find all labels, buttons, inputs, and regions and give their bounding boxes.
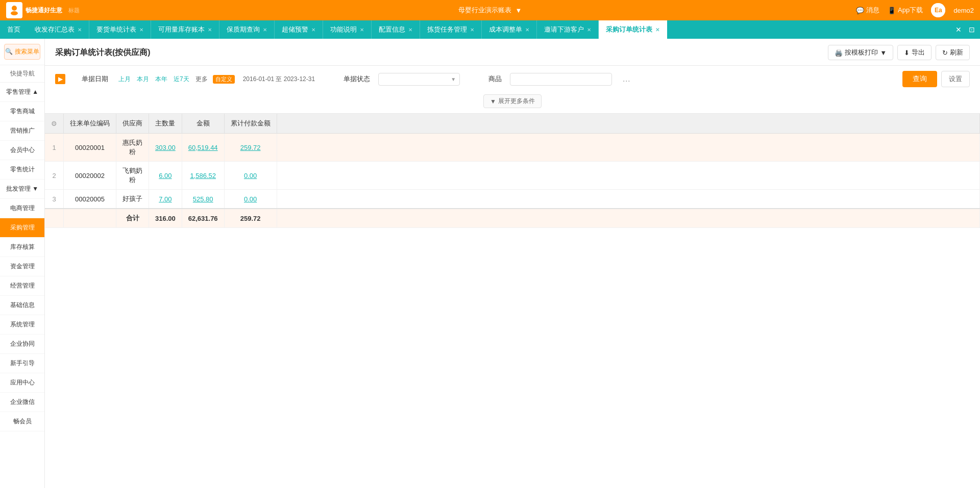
quick-nav-btn[interactable]: 快捷导航 <box>0 65 44 83</box>
shortcut-more[interactable]: 更多 <box>193 74 210 85</box>
close-icon[interactable]: ✕ <box>587 27 591 33</box>
sidebar-item-changhui[interactable]: 畅会员 <box>0 412 44 431</box>
message-btn[interactable]: 💬 消息 <box>856 6 879 15</box>
sidebar-item-kucun[interactable]: 库存核算 <box>0 238 44 257</box>
sidebar-item-qiye[interactable]: 企业协同 <box>0 335 44 354</box>
svg-point-1 <box>11 11 18 15</box>
close-icon[interactable]: ✕ <box>470 27 474 33</box>
sidebar-item-jichu[interactable]: 基础信息 <box>0 296 44 315</box>
sidebar-item-huiyuan[interactable]: 会员中心 <box>0 141 44 160</box>
sidebar-item-xinshou[interactable]: 新手引导 <box>0 354 44 373</box>
goods-more-icon[interactable]: … <box>622 74 630 84</box>
tab-gongneng[interactable]: 功能说明 ✕ <box>323 20 372 39</box>
close-icon[interactable]: ✕ <box>78 27 82 33</box>
tab-baozhi[interactable]: 保质期查询 ✕ <box>219 20 275 39</box>
row-num: 1 <box>45 134 64 162</box>
tab-keyongliang[interactable]: 可用量库存账本 ✕ <box>151 20 219 39</box>
sidebar-item-lingshous[interactable]: 零售商城 <box>0 102 44 121</box>
row-amount[interactable]: 525.80 <box>182 190 224 209</box>
sidebar-item-zijin[interactable]: 资金管理 <box>0 257 44 276</box>
sidebar-search: 🔍 搜索菜单 <box>0 39 44 65</box>
row-code: 00020002 <box>64 162 116 190</box>
tab-caigou-active[interactable]: 采购订单统计表 ✕ <box>599 20 667 39</box>
refresh-btn[interactable]: ↻ 刷新 <box>936 45 970 60</box>
row-supplier: 好孩子 <box>116 190 149 209</box>
logo-text: 畅捷通好生意 <box>26 6 62 15</box>
status-select[interactable] <box>378 73 460 86</box>
row-paid[interactable]: 259.72 <box>224 134 277 162</box>
sidebar-item-yingyong[interactable]: 应用中心 <box>0 373 44 393</box>
custom-badge: 自定义 <box>213 75 235 84</box>
row-amount[interactable]: 1,586.52 <box>182 162 224 190</box>
export-btn[interactable]: ⬇ 导出 <box>897 45 932 60</box>
top-bar-left: 畅捷通好生意 标题 <box>6 2 80 18</box>
row-paid[interactable]: 0.00 <box>224 190 277 209</box>
filter-row-1: ▶ 单据日期 上月 本月 本年 近7天 更多 自定义 2016-01-01 至 … <box>55 71 970 87</box>
sidebar-item-dianshang[interactable]: 电商管理 <box>0 199 44 218</box>
logo-icon <box>6 2 22 18</box>
col-settings[interactable]: ⚙ <box>45 114 64 134</box>
shortcut-this-month[interactable]: 本月 <box>135 74 151 85</box>
workspace-label[interactable]: 母婴行业演示账表 ▼ <box>458 6 522 15</box>
close-icon[interactable]: ✕ <box>360 27 364 33</box>
goods-input[interactable] <box>510 73 612 86</box>
close-icon[interactable]: ✕ <box>655 27 659 33</box>
row-amount[interactable]: 60,519.44 <box>182 134 224 162</box>
shortcut-last-month[interactable]: 上月 <box>116 74 133 85</box>
shortcut-this-year[interactable]: 本年 <box>153 74 169 85</box>
status-filter-label: 单据状态 <box>344 74 370 84</box>
close-icon[interactable]: ✕ <box>139 27 143 33</box>
app-download-btn[interactable]: 📱 App下载 <box>888 6 923 15</box>
close-icon[interactable]: ✕ <box>311 27 315 33</box>
tab-peizhi[interactable]: 配置信息 ✕ <box>372 20 420 39</box>
user-name: demo2 <box>953 7 974 14</box>
sidebar-item-lingshou[interactable]: 零售管理 ▲ <box>0 83 44 102</box>
row-supplier: 惠氏奶粉 <box>116 134 149 162</box>
nav-close-btn[interactable]: ✕ <box>952 24 965 35</box>
sidebar-item-pifa[interactable]: 批发管理 ▼ <box>0 179 44 199</box>
logo-area: 畅捷通好生意 <box>6 2 62 18</box>
row-qty[interactable]: 6.00 <box>149 162 182 190</box>
filter-divider: ▼ 展开更多条件 <box>55 91 970 108</box>
print-btn[interactable]: 🖨️ 按模板打印 ▼ <box>828 45 893 60</box>
search-menu-btn[interactable]: 🔍 搜索菜单 <box>4 44 40 60</box>
table-row: 3 00020005 好孩子 7.00 525.80 0.00 <box>45 190 980 209</box>
date-shortcuts: 上月 本月 本年 近7天 更多 自定义 <box>116 74 235 85</box>
avatar[interactable]: Ea <box>931 3 945 17</box>
tab-shoufasun[interactable]: 收发存汇总表 ✕ <box>28 20 89 39</box>
close-icon[interactable]: ✕ <box>208 27 212 33</box>
sidebar-item-lingshouj[interactable]: 零售统计 <box>0 160 44 179</box>
tab-home[interactable]: 首页 <box>0 20 28 39</box>
expand-more-btn[interactable]: ▼ 展开更多条件 <box>483 94 542 108</box>
sidebar-item-wechat[interactable]: 企业微信 <box>0 393 44 412</box>
sidebar-item-caigou[interactable]: 采购管理 <box>0 218 44 238</box>
close-icon[interactable]: ✕ <box>263 27 267 33</box>
close-icon[interactable]: ✕ <box>408 27 412 33</box>
tab-chengben[interactable]: 成本调整单 ✕ <box>482 20 537 39</box>
query-actions: 查询 设置 <box>902 71 970 87</box>
nav-maximize-btn[interactable]: ⊡ <box>966 24 978 35</box>
query-btn[interactable]: 查询 <box>902 71 937 87</box>
table-row: 1 00020001 惠氏奶粉 303.00 60,519.44 259.72 <box>45 134 980 162</box>
sidebar-item-jingying[interactable]: 经营管理 <box>0 276 44 296</box>
footer-label: 合计 <box>116 209 149 228</box>
shortcut-7days[interactable]: 近7天 <box>172 74 191 85</box>
sidebar-item-xitong[interactable]: 系统管理 <box>0 315 44 335</box>
row-num: 3 <box>45 190 64 209</box>
toggle-filter-btn[interactable]: ▶ <box>55 74 65 84</box>
date-range-value[interactable]: 2016-01-01 至 2023-12-31 <box>243 75 315 84</box>
settings-btn[interactable]: 设置 <box>941 71 970 87</box>
sidebar-item-yingxiao[interactable]: 营销推广 <box>0 121 44 141</box>
row-paid[interactable]: 0.00 <box>224 162 277 190</box>
footer-qty: 316.00 <box>149 209 182 228</box>
tab-jianhuo[interactable]: 拣货任务管理 ✕ <box>420 20 482 39</box>
tab-yaoqing[interactable]: 邀请下游客户 ✕ <box>537 20 599 39</box>
tab-yaohuo[interactable]: 要货单统计表 ✕ <box>89 20 151 39</box>
page-actions: 🖨️ 按模板打印 ▼ ⬇ 导出 ↻ 刷新 <box>828 45 970 60</box>
close-icon[interactable]: ✕ <box>525 27 529 33</box>
date-filter-label: 单据日期 <box>82 74 108 84</box>
row-qty[interactable]: 7.00 <box>149 190 182 209</box>
row-qty[interactable]: 303.00 <box>149 134 182 162</box>
col-amount: 金额 <box>182 114 224 134</box>
tab-chaochuyujing[interactable]: 超储预警 ✕ <box>275 20 323 39</box>
